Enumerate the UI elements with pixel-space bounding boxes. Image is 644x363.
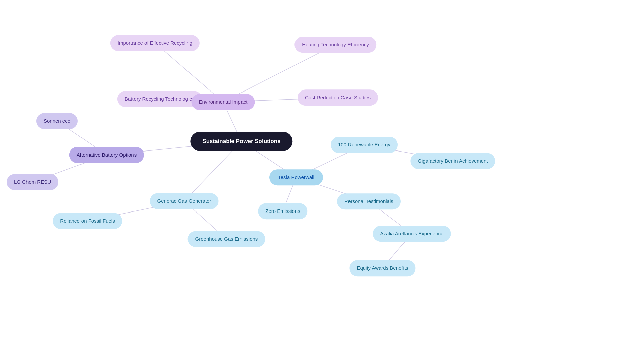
node-equity-awards-label: Equity Awards Benefits [357, 265, 408, 271]
node-alternative-battery[interactable]: Alternative Battery Options [69, 147, 144, 163]
node-lg-chem-label: LG Chem RESU [14, 179, 51, 185]
node-cost-reduction-label: Cost Reduction Case Studies [305, 94, 371, 101]
node-equity-awards[interactable]: Equity Awards Benefits [349, 260, 415, 276]
node-lg-chem[interactable]: LG Chem RESU [7, 174, 58, 190]
node-azalia[interactable]: Azalia Arellano's Experience [373, 226, 451, 242]
node-greenhouse-label: Greenhouse Gas Emissions [195, 236, 258, 242]
node-importance-recycling[interactable]: Importance of Effective Recycling [110, 35, 200, 51]
node-heating-tech-label: Heating Technology Efficiency [302, 41, 369, 48]
mind-map: Sustainable Power Solutions Importance o… [0, 0, 644, 363]
node-heating-tech[interactable]: Heating Technology Efficiency [294, 37, 376, 53]
node-alternative-battery-label: Alternative Battery Options [77, 152, 137, 158]
node-tesla-powerwall[interactable]: Tesla Powerwall [269, 169, 323, 185]
node-battery-recycling-label: Battery Recycling Technologies [125, 96, 195, 102]
node-environmental-impact-label: Environmental Impact [199, 99, 247, 105]
node-sonnen-eco[interactable]: Sonnen eco [36, 113, 78, 129]
node-greenhouse[interactable]: Greenhouse Gas Emissions [188, 231, 265, 247]
node-reliance-fossil[interactable]: Reliance on Fossil Fuels [53, 213, 122, 229]
node-azalia-label: Azalia Arellano's Experience [380, 230, 444, 237]
node-cost-reduction[interactable]: Cost Reduction Case Studies [298, 89, 378, 106]
node-renewable-energy-label: 100 Renewable Energy [338, 141, 390, 148]
node-personal-testimonials-label: Personal Testimonials [344, 198, 393, 205]
node-gigafactory-label: Gigafactory Berlin Achievement [418, 158, 488, 164]
node-renewable-energy[interactable]: 100 Renewable Energy [331, 137, 398, 153]
node-generac-label: Generac Gas Generator [157, 198, 211, 204]
node-battery-recycling[interactable]: Battery Recycling Technologies [117, 91, 202, 107]
node-importance-recycling-label: Importance of Effective Recycling [118, 40, 192, 46]
node-generac[interactable]: Generac Gas Generator [150, 193, 219, 209]
connections-svg [0, 0, 644, 363]
node-environmental-impact[interactable]: Environmental Impact [191, 94, 255, 110]
node-reliance-fossil-label: Reliance on Fossil Fuels [60, 218, 115, 224]
node-zero-emissions-label: Zero Emissions [265, 208, 300, 215]
node-personal-testimonials[interactable]: Personal Testimonials [337, 193, 401, 209]
node-gigafactory[interactable]: Gigafactory Berlin Achievement [410, 153, 495, 169]
node-tesla-powerwall-label: Tesla Powerwall [278, 174, 314, 181]
node-center-label: Sustainable Power Solutions [202, 138, 280, 145]
node-zero-emissions[interactable]: Zero Emissions [258, 203, 307, 219]
node-sonnen-eco-label: Sonnen eco [44, 118, 70, 124]
node-center[interactable]: Sustainable Power Solutions [190, 132, 292, 151]
